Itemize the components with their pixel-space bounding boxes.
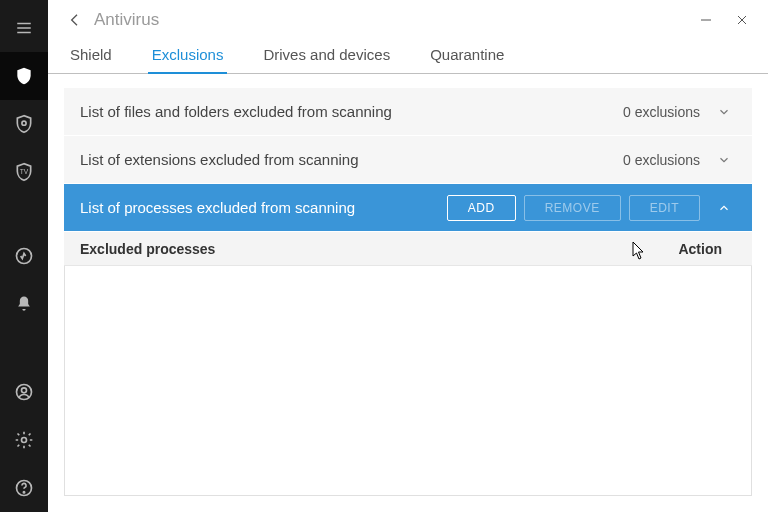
section-files-count: 0 exclusions (623, 104, 700, 120)
chevron-up-icon (712, 201, 736, 215)
menu-icon[interactable] (0, 4, 48, 52)
svg-point-8 (22, 438, 27, 443)
privacy-icon[interactable] (0, 100, 48, 148)
add-button[interactable]: ADD (447, 195, 516, 221)
minimize-button[interactable] (688, 2, 724, 38)
section-proc-label: List of processes excluded from scanning (80, 199, 355, 216)
notifications-icon[interactable] (0, 280, 48, 328)
tabs: Shield Exclusions Drives and devices Qua… (48, 40, 768, 74)
settings-icon[interactable] (0, 416, 48, 464)
back-button[interactable] (62, 7, 88, 33)
table-body (64, 266, 752, 496)
remove-button: REMOVE (524, 195, 621, 221)
sidebar: TV (0, 0, 48, 512)
section-ext-label: List of extensions excluded from scannin… (80, 151, 359, 168)
page-title: Antivirus (94, 10, 159, 30)
col-action: Action (678, 241, 722, 257)
tab-shield[interactable]: Shield (68, 40, 114, 73)
section-extensions[interactable]: List of extensions excluded from scannin… (64, 136, 752, 184)
table-header: Excluded processes Action (64, 232, 752, 266)
section-files[interactable]: List of files and folders excluded from … (64, 88, 752, 136)
main-panel: Antivirus Shield Exclusions Drives and d… (48, 0, 768, 512)
tab-exclusions[interactable]: Exclusions (150, 40, 226, 73)
button-group: ADD REMOVE EDIT (447, 195, 700, 221)
svg-text:TV: TV (20, 168, 29, 175)
col-processes: Excluded processes (80, 241, 215, 257)
tab-drives[interactable]: Drives and devices (261, 40, 392, 73)
performance-icon[interactable] (0, 232, 48, 280)
chevron-down-icon (712, 105, 736, 119)
section-ext-count: 0 exclusions (623, 152, 700, 168)
svg-point-3 (22, 121, 26, 125)
svg-point-7 (22, 388, 27, 393)
chevron-down-icon (712, 153, 736, 167)
shield-icon[interactable] (0, 52, 48, 100)
account-icon[interactable] (0, 368, 48, 416)
titlebar: Antivirus (48, 0, 768, 40)
content: List of files and folders excluded from … (48, 74, 768, 512)
svg-point-10 (23, 492, 24, 493)
section-files-label: List of files and folders excluded from … (80, 103, 392, 120)
safekids-icon[interactable]: TV (0, 148, 48, 196)
tab-quarantine[interactable]: Quarantine (428, 40, 506, 73)
help-icon[interactable] (0, 464, 48, 512)
section-processes[interactable]: List of processes excluded from scanning… (64, 184, 752, 232)
edit-button: EDIT (629, 195, 700, 221)
close-button[interactable] (724, 2, 760, 38)
